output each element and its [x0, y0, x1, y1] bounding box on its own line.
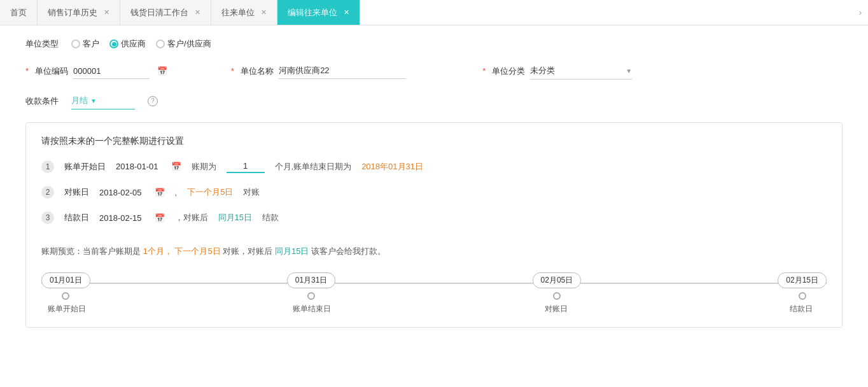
unit-name-star: * [231, 66, 234, 76]
period-label-1: 账单开始日 [64, 161, 106, 172]
period-row-1: 1 账单开始日 2018-01-01 📅 账期为 个月,账单结束日期为 2018… [41, 160, 827, 173]
payment-row: 收款条件 月结 ▼ ? [25, 92, 843, 109]
period-cal-2[interactable]: 📅 [155, 188, 165, 197]
tab-cash-work-label: 钱货日清工作台 [130, 7, 188, 18]
tl-dot-3 [553, 292, 561, 300]
period-end-date-1: 2018年01月31日 [361, 161, 423, 172]
unit-category-arrow-icon: ▼ [626, 67, 632, 74]
unit-code-input[interactable] [73, 64, 150, 79]
radio-both-label: 客户/供应商 [167, 38, 211, 50]
tl-dot-2 [307, 292, 315, 300]
timeline-labels: 账单开始日 账单结束日 对账日 结款日 [41, 304, 827, 314]
unit-name-label: 单位名称 [241, 66, 274, 77]
period-cal-3[interactable]: 📅 [155, 213, 165, 223]
summary-end-date: 同月15日 [275, 246, 309, 256]
period-unit-text-1: 个月,账单结束日期为 [275, 161, 352, 172]
period-label-2: 对账日 [64, 186, 89, 198]
tl-date-2: 01月31日 [287, 272, 336, 288]
tab-sales-history-label: 销售订单历史 [48, 7, 97, 18]
unit-code-star: * [25, 66, 29, 76]
main-content: 单位类型 客户 供应商 客户/供应商 * 单位编码 📅 * [0, 25, 868, 387]
unit-category-select[interactable]: 未分类 ▼ [530, 62, 632, 80]
radio-customer-label: 客户 [83, 38, 99, 50]
tl-date-1: 01月01日 [41, 272, 90, 288]
tab-sales-history[interactable]: 销售订单历史 ✕ [38, 0, 120, 25]
period-next-month-2: 下一个月5日 [187, 186, 233, 198]
payment-dropdown-arrow-icon: ▼ [90, 97, 97, 104]
tab-partner[interactable]: 往来单位 ✕ [211, 0, 277, 25]
tab-overflow-arrow[interactable]: › [853, 0, 868, 25]
radio-supplier-circle [109, 39, 118, 48]
unit-name-group: * 单位名称 [231, 64, 406, 79]
payment-help-icon[interactable]: ? [148, 96, 158, 106]
unit-type-radio-group: 客户 供应商 客户/供应商 [71, 38, 211, 50]
unit-code-label: 单位编码 [35, 66, 68, 77]
payment-value: 月结 [71, 95, 88, 106]
tab-bar: 首页 销售订单历史 ✕ 钱货日清工作台 ✕ 往来单位 ✕ 编辑往来单位 ✕ › [0, 0, 868, 25]
summary-period: 1个月， [143, 246, 172, 256]
period-date-3: 2018-02-15 [99, 213, 142, 223]
unit-type-label: 单位类型 [25, 38, 59, 50]
tab-edit-partner-close[interactable]: ✕ [344, 8, 349, 17]
unit-category-star: * [482, 66, 486, 76]
period-value-input[interactable] [227, 160, 265, 173]
period-same-month-3: 同月15日 [218, 212, 252, 223]
period-after-3: 结款 [262, 212, 279, 223]
period-prefix-3: ，对账后 [175, 212, 208, 223]
payment-dropdown[interactable]: 月结 ▼ [71, 92, 135, 109]
unit-code-group: * 单位编码 📅 [25, 64, 167, 79]
timeline-line [41, 283, 827, 284]
tl-date-4: 02月15日 [778, 272, 827, 288]
period-row-3: 3 结款日 2018-02-15 📅 ，对账后 同月15日 结款 [41, 211, 827, 224]
period-cal-1[interactable]: 📅 [171, 162, 181, 171]
tab-home[interactable]: 首页 [0, 0, 38, 25]
timeline-nodes: 01月01日 01月31日 02月05日 02月15日 [41, 272, 827, 300]
period-label-3: 结款日 [64, 212, 89, 223]
tl-label-2: 账单结束日 [286, 304, 337, 314]
period-suffix-label-1: 账期为 [192, 161, 216, 172]
tl-label-1: 账单开始日 [41, 304, 92, 314]
period-box: 请按照未来的一个完整帐期进行设置 1 账单开始日 2018-01-01 📅 账期… [25, 122, 843, 328]
summary-middle: 下一个月5日 [174, 246, 220, 256]
radio-customer-circle [71, 39, 80, 48]
tab-cash-work-close[interactable]: ✕ [195, 8, 200, 17]
unit-type-row: 单位类型 客户 供应商 客户/供应商 [25, 38, 843, 50]
unit-name-input[interactable] [279, 64, 406, 79]
tab-partner-label: 往来单位 [221, 7, 255, 18]
payment-label: 收款条件 [25, 95, 59, 107]
period-after-2: 对账 [243, 186, 260, 198]
radio-customer[interactable]: 客户 [71, 38, 99, 50]
radio-supplier-label: 供应商 [121, 38, 146, 50]
tl-label-4: 结款日 [776, 304, 827, 314]
tab-edit-partner[interactable]: 编辑往来单位 ✕ [277, 0, 360, 25]
unit-category-group: * 单位分类 未分类 ▼ [482, 62, 632, 80]
tab-cash-work[interactable]: 钱货日清工作台 ✕ [120, 0, 211, 25]
tab-sales-history-close[interactable]: ✕ [104, 8, 109, 17]
summary-prefix: 账期预览：当前客户账期是 [41, 246, 141, 256]
radio-both-circle [156, 39, 165, 48]
tl-node-4: 02月15日 [778, 272, 827, 300]
period-date-2: 2018-02-05 [99, 188, 142, 197]
tab-edit-partner-label: 编辑往来单位 [288, 7, 337, 18]
unit-code-icon[interactable]: 📅 [157, 66, 167, 76]
radio-both[interactable]: 客户/供应商 [156, 38, 211, 50]
radio-supplier[interactable]: 供应商 [109, 38, 146, 50]
unit-category-label: 单位分类 [492, 66, 525, 77]
period-row-num-3: 3 [41, 211, 54, 224]
tl-dot-1 [62, 292, 69, 300]
tl-label-3: 对账日 [531, 304, 582, 314]
timeline: 01月01日 01月31日 02月05日 02月15日 账单开始日 [41, 272, 827, 314]
period-row-num-1: 1 [41, 160, 54, 173]
period-date-1: 2018-01-01 [116, 162, 158, 171]
summary-suffix: 该客户会给我打款。 [311, 246, 386, 256]
tl-node-2: 01月31日 [287, 272, 336, 300]
summary-bar: 账期预览：当前客户账期是 1个月， 下一个月5日 对账，对账后 同月15日 该客… [41, 237, 827, 266]
tl-date-3: 02月05日 [533, 272, 582, 288]
period-row-num-2: 2 [41, 186, 54, 199]
summary-mid2: 对账，对账后 [223, 246, 272, 256]
unit-info-row: * 单位编码 📅 * 单位名称 * 单位分类 未分类 ▼ [25, 62, 843, 80]
period-title: 请按照未来的一个完整帐期进行设置 [41, 136, 827, 147]
tab-home-label: 首页 [10, 7, 27, 18]
period-prefix-2: , [175, 188, 178, 197]
tab-partner-close[interactable]: ✕ [261, 8, 267, 17]
